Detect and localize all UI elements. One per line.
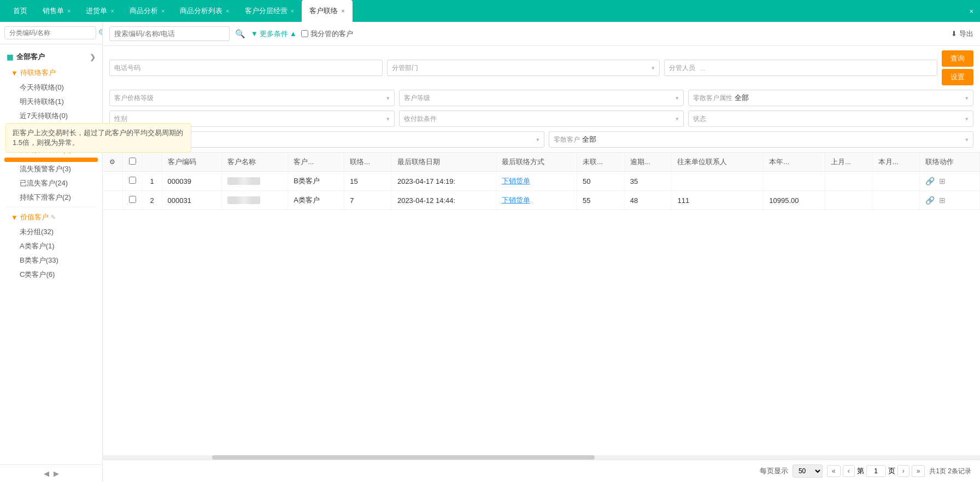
more-conditions-button[interactable]: ▼ 更多条件 ▲ [251,29,297,39]
contact-icon[interactable]: ⊞ [939,177,946,185]
page-number-input[interactable] [866,465,886,477]
nav-customer-tier[interactable]: 客户分层经营 × [237,0,302,22]
search-icon[interactable]: 🔍 [98,29,103,37]
sidebar-item-loss-warning[interactable]: 流失预警客户(3) [4,162,102,176]
row-code[interactable]: 000039 [162,172,221,191]
sidebar-item-7day-pending[interactable]: 近7天待联络(0) [4,109,102,123]
col-settings[interactable]: ⚙ [103,153,122,172]
tree-section-title-value[interactable]: ▼ 价值客户 ✎ [4,210,102,225]
nav-sales[interactable]: 销售单 × [35,0,78,22]
sidebar-item-abnormal-active[interactable] [4,158,98,162]
search-input[interactable] [109,26,230,41]
col-unreached[interactable]: 未联... [577,153,625,172]
tree-root-all-customers[interactable]: ▦ 全部客户 ❯ [0,49,102,65]
col-last-contact-date[interactable]: 最后联络日期 [391,153,496,172]
col-company-contact[interactable]: 往来单位联系人 [672,153,764,172]
row-select-checkbox[interactable] [129,177,136,184]
row-index: 1 [142,172,162,191]
row-code[interactable]: 000031 [162,191,221,210]
filter-status[interactable]: 状态 ▾ [688,111,973,127]
sidebar-item-c-class[interactable]: C类客户(6) [4,268,102,282]
sidebar-item-a-class[interactable]: A类客户(1) [4,239,102,253]
sidebar-item-b-class[interactable]: B类客户(33) [4,253,102,268]
sidebar-item-lost[interactable]: 已流失客户(24) [4,176,102,190]
row-this-year: 10995.00 [764,191,825,210]
per-page-select[interactable]: 50 20 100 [793,464,823,478]
page-first-button[interactable]: « [827,465,841,477]
close-icon[interactable]: × [341,8,344,14]
search-button[interactable]: 🔍 [234,28,247,40]
nav-product-analysis[interactable]: 商品分析 × [122,0,172,22]
table-row: 2 000031 A类客户 7 [103,191,980,210]
nav-product-analysis-list[interactable]: 商品分析列表 × [172,0,237,22]
col-last-contact-method[interactable]: 最后联络方式 [496,153,577,172]
query-button[interactable]: 查询 [942,50,973,67]
link-icon[interactable]: 🔗 [925,177,935,185]
nav-home[interactable]: 首页 [5,0,35,22]
row-this-year [764,172,825,191]
table-header-row: ⚙ 客户编码 客户名称 客户... [103,153,980,172]
col-contact[interactable]: 联络... [344,153,392,172]
ellipsis-icon: ... [700,64,706,72]
filter-retail-attr[interactable]: 零散客户属性 全部 ▾ [688,90,973,106]
col-name[interactable]: 客户名称 [221,153,287,172]
customer-table: ⚙ 客户编码 客户名称 客户... [103,153,980,210]
row-type: A类客户 [288,191,344,210]
sidebar-item-declining[interactable]: 持续下滑客户(2) [4,190,102,205]
row-overdue: 35 [624,172,672,191]
sidebar-item-today-pending[interactable]: 今天待联络(0) [4,80,102,95]
link-icon[interactable]: 🔗 [925,196,935,205]
close-icon[interactable]: × [291,8,294,14]
chevron-up-icon: ▲ [290,30,297,38]
close-icon[interactable]: × [110,8,114,14]
col-type[interactable]: 客户... [288,153,344,172]
table-row: 1 000039 B类客户 15 [103,172,980,191]
row-settings [103,191,122,210]
filter-retail-customer[interactable]: 零散客户 全部 ▾ [549,131,973,148]
sidebar-scroll-left[interactable]: ◀ [44,469,49,478]
filter-phone[interactable]: 电话号码 [109,60,383,76]
filter-branch-person[interactable]: 分管人员 ... [664,60,937,76]
col-this-year[interactable]: 本年... [764,153,825,172]
page-prev-button[interactable]: ‹ [843,465,855,477]
filter-bar: 🔍 ▼ 更多条件 ▲ 我分管的客户 ⬇ 导出 [103,22,980,46]
close-icon[interactable]: × [161,8,165,14]
edit-icon[interactable]: ✎ [51,214,56,221]
category-search-input[interactable] [4,26,96,39]
col-index [142,153,162,172]
tree-section-title-pending[interactable]: ▼ 待联络客户 [4,65,102,80]
filter-customer-level[interactable]: 客户等级 ▾ [399,90,684,106]
close-all-button[interactable]: × [969,6,973,16]
sidebar-item-ungrouped[interactable]: 未分组(32) [4,225,102,239]
filter-price-level[interactable]: 客户价格等级 ▾ [109,90,395,106]
row-contact: 7 [344,191,392,210]
filter-branch-dept[interactable]: 分管部门 ▾ [387,60,660,76]
export-button[interactable]: ⬇ 导出 [951,29,973,39]
col-this-month[interactable]: 本月... [872,153,920,172]
row-contact: 15 [344,172,392,191]
col-overdue[interactable]: 逾期... [624,153,672,172]
close-icon[interactable]: × [67,8,71,14]
sidebar-search-area: 🔍 [0,22,102,44]
filter-payment[interactable]: 收付款条件 ▾ [399,111,684,127]
sidebar-scroll-right[interactable]: ▶ [54,469,59,478]
horizontal-scrollbar[interactable] [103,455,980,460]
my-customer-checkbox[interactable]: 我分管的客户 [301,29,353,39]
page-last-button[interactable]: » [912,465,925,477]
nav-purchase[interactable]: 进货单 × [78,0,121,22]
sidebar-item-tomorrow-pending[interactable]: 明天待联络(1) [4,95,102,109]
nav-customer-contact[interactable]: 客户联络 × [302,0,352,22]
scroll-thumb[interactable] [212,455,595,460]
contact-icon[interactable]: ⊞ [939,196,946,205]
select-all-checkbox[interactable] [129,158,136,165]
page-label: 第 [857,466,864,476]
chevron-down-icon: ▾ [386,115,390,123]
col-code[interactable]: 客户编码 [162,153,221,172]
page-next-button[interactable]: › [897,465,909,477]
close-icon[interactable]: × [226,8,229,14]
settings-button[interactable]: 设置 [942,69,973,85]
my-customer-input[interactable] [301,30,308,37]
col-last-month[interactable]: 上月... [825,153,873,172]
row-last-contact-method: 下销货单 [496,172,577,191]
row-select-checkbox[interactable] [129,196,136,203]
